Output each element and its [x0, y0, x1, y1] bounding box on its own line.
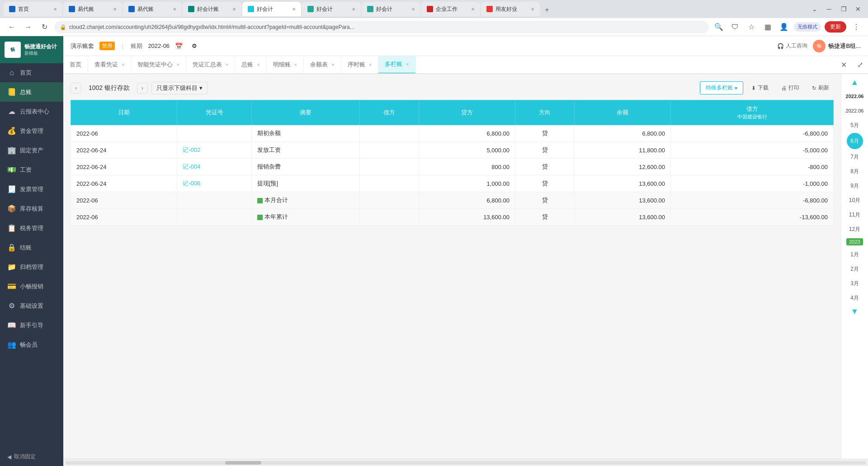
calendar-month-10[interactable]: 10月 — [844, 193, 866, 207]
sidebar-item-archive[interactable]: 📁 归档管理 — [0, 257, 63, 277]
profile-icon[interactable]: 👤 — [778, 21, 790, 33]
sidebar-item-guide[interactable]: 📖 新手引导 — [0, 315, 63, 335]
user-info[interactable]: 畅 畅捷通B组... — [813, 40, 861, 52]
browser-tab-3[interactable]: 易代账 ✕ — [123, 2, 182, 16]
tab-close-8[interactable]: ✕ — [471, 7, 475, 12]
tab-sequence-ledger-close[interactable]: × — [369, 62, 372, 67]
calendar-month-9[interactable]: 9月 — [844, 179, 866, 193]
tab-smart-voucher-close[interactable]: × — [176, 62, 179, 67]
account-prev-button[interactable]: ‹ — [71, 83, 81, 94]
sidebar-item-ledger[interactable]: 📒 总账 — [0, 82, 63, 102]
tab-close-7[interactable]: ✕ — [411, 7, 415, 12]
scrollbar-thumb[interactable] — [225, 461, 261, 465]
calendar-month-2023-2[interactable]: 2月 — [844, 262, 866, 276]
tab-voucher-summary-close[interactable]: × — [226, 62, 228, 67]
calendar-month-5[interactable]: 5月 — [844, 118, 866, 132]
tab-close-5[interactable]: ✕ — [292, 7, 296, 12]
download-button[interactable]: ⬇ 下载 — [747, 82, 773, 94]
consult-button[interactable]: 🎧 人工咨询 — [777, 42, 807, 50]
print-button[interactable]: 🖨 打印 — [777, 82, 804, 94]
tab-vouchers[interactable]: 查看凭证 × — [88, 56, 131, 74]
tab-detail-ledger[interactable]: 明细账 × — [267, 56, 304, 74]
tab-detail-ledger-close[interactable]: × — [294, 62, 297, 67]
tab-close-1[interactable]: ✕ — [53, 7, 57, 12]
browser-tab-4[interactable]: 好会计账 ✕ — [183, 2, 241, 16]
refresh-button[interactable]: ↻ — [38, 21, 51, 33]
sidebar-item-cloud-report[interactable]: ☁ 云报表中心 — [0, 102, 63, 121]
star-icon[interactable]: ☆ — [745, 21, 758, 33]
calendar-month-2023-3[interactable]: 3月 — [844, 277, 866, 290]
sidebar-pin-button[interactable]: ◀ 取消固定 — [0, 447, 63, 466]
calendar-month-7[interactable]: 7月 — [844, 150, 866, 164]
tab-expand-btn[interactable]: ⤢ — [852, 56, 868, 74]
sidebar-item-salary[interactable]: 💵 工资 — [0, 160, 63, 179]
browser-tab-9[interactable]: 用友好业 ✕ — [481, 2, 540, 16]
tab-multi-col[interactable]: 多栏账 × — [378, 56, 415, 74]
tab-general-ledger[interactable]: 总账 × — [235, 56, 266, 74]
calendar-scroll-up[interactable]: ▲ — [851, 78, 859, 87]
new-tab-button[interactable]: + — [541, 4, 553, 16]
calendar-month-2023-4[interactable]: 4月 — [844, 291, 866, 305]
back-button[interactable]: ← — [5, 21, 18, 33]
scrollbar-track[interactable] — [65, 461, 866, 465]
minimize-btn[interactable]: ─ — [823, 3, 835, 15]
tab-sequence-ledger[interactable]: 序时账 × — [341, 56, 378, 74]
tab-close-3[interactable]: ✕ — [173, 7, 176, 12]
tab-close-9[interactable]: ✕ — [531, 7, 534, 12]
sidebar-item-expense[interactable]: 💳 小畅报销 — [0, 277, 63, 296]
sidebar-item-fund[interactable]: 💰 资金管理 — [0, 121, 63, 141]
sidebar-item-tax[interactable]: 📋 税务管理 — [0, 218, 63, 238]
browser-tab-7[interactable]: 好会计 ✕ — [362, 2, 420, 16]
tab-balance-sheet[interactable]: 余额表 × — [304, 56, 341, 74]
address-bar[interactable]: 🔒 cloud2.chanjet.com/accounting/uh26t264… — [54, 21, 709, 33]
sidebar-item-invoice[interactable]: 🧾 发票管理 — [0, 179, 63, 199]
tab-smart-voucher[interactable]: 智能凭证中心 × — [131, 56, 186, 74]
sidebar-item-inventory[interactable]: 📦 库存核算 — [0, 199, 63, 218]
browser-tab-5[interactable]: 好会计 ✕ — [242, 2, 301, 16]
calendar-month-2023-1[interactable]: 1月 — [844, 248, 866, 261]
forward-button[interactable]: → — [22, 21, 34, 33]
calendar-month-6[interactable]: 6月 — [847, 133, 863, 149]
tab-balance-sheet-close[interactable]: × — [331, 62, 334, 67]
voucher-link[interactable]: 记-004 — [183, 163, 200, 170]
menu-button[interactable]: ⋮ — [850, 21, 863, 33]
sidebar-item-fixed-assets[interactable]: 🏢 固定资产 — [0, 141, 63, 160]
tab-vouchers-close[interactable]: × — [122, 62, 124, 67]
refresh-button[interactable]: ↻ 刷新 — [807, 82, 834, 94]
tab-multi-col-close[interactable]: × — [406, 61, 409, 67]
browser-tab-8[interactable]: 企业工作 ✕ — [421, 2, 480, 16]
calendar-icon[interactable]: 📅 — [175, 42, 183, 50]
tab-close-4[interactable]: ✕ — [232, 7, 236, 12]
tab-close-2[interactable]: ✕ — [113, 7, 117, 12]
bottom-scrollbar[interactable] — [63, 459, 868, 466]
update-button[interactable]: 更新 — [825, 21, 846, 33]
calendar-scroll-down[interactable]: ▼ — [851, 307, 859, 316]
voucher-link[interactable]: 记-002 — [183, 146, 200, 153]
sidebar-item-close[interactable]: 🔒 结账 — [0, 238, 63, 257]
multi-col-button[interactable]: 特殊多栏账 ▾ — [700, 81, 743, 94]
calendar-month-11[interactable]: 11月 — [844, 208, 866, 221]
tab-list-btn[interactable]: ⌄ — [808, 3, 821, 15]
sidebar-item-home[interactable]: ⌂ 首页 — [0, 63, 63, 82]
sidebar-item-member[interactable]: 👥 畅会员 — [0, 335, 63, 354]
settings-button[interactable]: ⚙ — [192, 42, 197, 49]
tab-close-6[interactable]: ✕ — [352, 7, 355, 12]
restore-btn[interactable]: ❐ — [837, 3, 850, 15]
tab-general-ledger-close[interactable]: × — [257, 62, 259, 67]
account-next-button[interactable]: › — [137, 83, 148, 94]
sidebar-item-settings[interactable]: ⚙ 基础设置 — [0, 296, 63, 315]
tab-home[interactable]: 首页 — [63, 56, 88, 74]
close-btn[interactable]: ✕ — [852, 3, 864, 15]
browser-tab-1[interactable]: 首页 ✕ — [4, 2, 62, 16]
sidebar-icon[interactable]: ▦ — [761, 21, 774, 33]
voucher-link[interactable]: 记-006 — [183, 180, 200, 187]
shield-icon[interactable]: 🛡 — [729, 21, 741, 33]
browser-tab-2[interactable]: 易代账 ✕ — [63, 2, 122, 16]
calendar-month-8[interactable]: 8月 — [844, 165, 866, 178]
calendar-month-12[interactable]: 12月 — [844, 222, 866, 236]
search-icon[interactable]: 🔍 — [712, 21, 725, 33]
tab-voucher-summary[interactable]: 凭证汇总表 × — [186, 56, 235, 74]
sub-account-filter[interactable]: 只显示下级科目 ▾ — [151, 82, 208, 94]
tab-close-panel-btn[interactable]: ✕ — [835, 56, 852, 74]
browser-tab-6[interactable]: 好会计 ✕ — [302, 2, 361, 16]
